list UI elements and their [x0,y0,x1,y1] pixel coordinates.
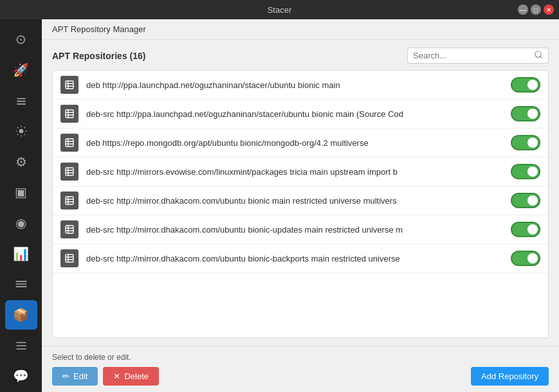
svg-point-0 [19,129,23,134]
delete-button[interactable]: ✕ Delete [103,367,159,386]
repo-icon [60,192,78,209]
edit-icon: ✏ [62,371,69,381]
repo-item[interactable]: deb-src http://mirror.dhakacom.com/ubunt… [53,186,548,215]
svg-rect-5 [66,168,73,175]
section-header: APT Repository Manager [42,19,559,40]
repo-item[interactable]: deb-src http://mirror.dhakacom.com/ubunt… [53,244,548,273]
repo-toggle[interactable] [511,77,540,93]
search-input[interactable] [413,51,534,60]
repo-icon [60,249,78,267]
svg-point-1 [535,51,541,57]
repo-item[interactable]: deb-src http://mirror.dhakacom.com/ubunt… [53,215,548,244]
sidebar-item-tools[interactable] [5,269,37,299]
search-box [407,48,549,64]
sidebar-item-packages[interactable]: ◉ [5,208,37,238]
footer-hint: Select to delete or edit. [52,353,549,362]
repo-icon [60,105,78,123]
repo-text: deb-src http://ppa.launchpad.net/oguzhan… [86,109,511,119]
repo-item[interactable]: deb-src http://mirrors.evowise.com/linux… [53,157,548,186]
sidebar-item-dashboard[interactable]: ⊙ [5,24,37,54]
repo-icon [60,220,78,238]
main-area: APT Repository Manager APT Repositories … [42,19,559,392]
add-label: Add Repository [481,371,538,381]
search-button[interactable] [534,50,543,61]
repo-item[interactable]: deb-src http://ppa.launchpad.net/oguzhan… [53,100,548,129]
repo-text: deb-src http://mirror.dhakacom.com/ubunt… [86,196,511,206]
sidebar-item-charts[interactable]: 📊 [5,239,37,269]
svg-rect-2 [66,81,73,89]
sidebar-item-terminal[interactable]: 💬 [5,361,37,391]
edit-button[interactable]: ✏ Edit [52,367,98,386]
repo-header: APT Repositories (16) [52,48,549,64]
repo-toggle[interactable] [511,106,540,121]
repo-text: deb-src http://mirror.dhakacom.com/ubunt… [86,225,511,235]
footer-actions: ✏ Edit ✕ Delete Add Repository [52,367,549,386]
content-area: APT Repositories (16) [42,40,559,346]
repo-toggle[interactable] [511,135,540,150]
maximize-button[interactable]: □ [531,4,541,15]
app-title: Stacer [268,5,292,15]
sidebar: ⊙ 🚀 ⚙ ▣ ◉ 📊 📦 💬 [0,19,42,392]
app-container: ⊙ 🚀 ⚙ ▣ ◉ 📊 📦 💬 APT Repository Manager A… [0,19,559,392]
repo-icon [60,76,78,94]
svg-rect-4 [66,139,73,147]
repo-toggle[interactable] [511,193,540,208]
sidebar-item-uninstaller[interactable]: ⚙ [5,147,37,177]
footer: Select to delete or edit. ✏ Edit ✕ Delet… [42,346,559,392]
sidebar-item-settings[interactable] [5,331,37,361]
edit-label: Edit [73,371,87,381]
footer-left-actions: ✏ Edit ✕ Delete [52,367,159,386]
repo-icon [60,134,78,152]
repo-toggle[interactable] [511,251,540,266]
sidebar-item-processes[interactable] [5,116,37,146]
svg-rect-7 [66,226,73,233]
repo-text: deb-src http://mirror.dhakacom.com/ubunt… [86,254,511,263]
repo-item[interactable]: deb https://repo.mongodb.org/apt/ubuntu … [53,129,548,157]
repo-text: deb-src http://mirrors.evowise.com/linux… [86,167,511,177]
title-bar: Stacer — □ ✕ [0,0,559,19]
close-button[interactable]: ✕ [544,4,554,15]
sidebar-item-startup[interactable]: 🚀 [5,55,37,85]
repo-text: deb https://repo.mongodb.org/apt/ubuntu … [86,138,511,148]
svg-rect-6 [66,197,73,204]
repo-title: APT Repositories (16) [52,51,145,61]
sidebar-item-apt[interactable]: 📦 [5,300,37,330]
minimize-button[interactable]: — [518,4,528,15]
window-controls: — □ ✕ [518,4,554,15]
repo-toggle[interactable] [511,164,540,179]
add-repository-button[interactable]: Add Repository [471,367,549,386]
repo-toggle[interactable] [511,222,540,237]
repo-icon [60,163,78,181]
repo-text: deb http://ppa.launchpad.net/oguzhaninan… [86,80,511,90]
repo-item[interactable]: deb http://ppa.launchpad.net/oguzhaninan… [53,71,548,100]
svg-rect-3 [66,110,73,118]
sidebar-item-resources[interactable]: ▣ [5,177,37,207]
delete-label: Delete [124,371,149,381]
delete-icon: ✕ [113,371,120,381]
svg-rect-8 [66,254,73,262]
window-title: APT Repository Manager [52,24,146,34]
sidebar-item-services[interactable] [5,85,37,115]
repo-list: deb http://ppa.launchpad.net/oguzhaninan… [52,70,549,338]
